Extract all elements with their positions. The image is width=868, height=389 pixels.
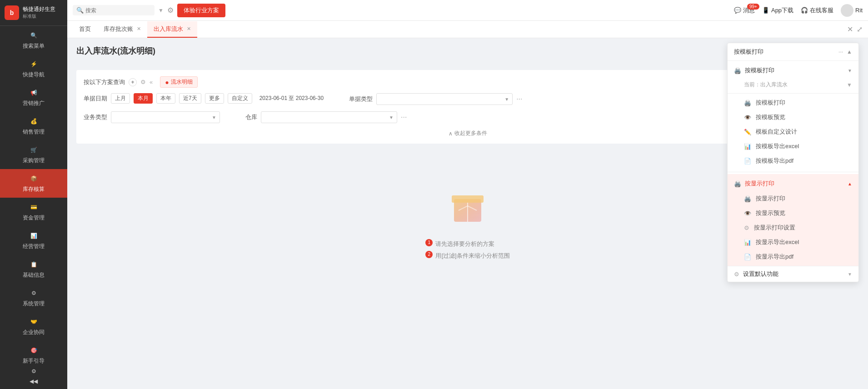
sidebar-item-operations[interactable]: 📊 经营管理 [0, 226, 67, 255]
template-preview-item[interactable]: 👁️ 按模板预览 [728, 110, 858, 125]
sidebar-item-label: 销售管理 [23, 128, 45, 136]
display-print-header-label: 按显示打印 [745, 180, 774, 188]
user-avatar-item[interactable]: Rit [841, 4, 863, 17]
display-excel-icon: 📊 [744, 239, 751, 246]
tag-icon: ● [165, 79, 169, 86]
document-type-group: 单据类型 ▼ ··· [349, 93, 522, 105]
date-btn-last-month[interactable]: 上月 [111, 93, 130, 104]
tab-batch-account-label: 库存批次账 [104, 25, 133, 33]
operations-icon: 📊 [29, 231, 39, 241]
chevron-up-icon: ∧ [449, 130, 453, 137]
filter-collapse-icon[interactable]: « [150, 79, 153, 85]
tab-flow-close-icon[interactable]: ✕ [187, 26, 191, 32]
filter-settings-icon[interactable]: ⚙ [140, 79, 146, 85]
filter-add-icon[interactable]: + [129, 78, 137, 86]
date-btn-custom[interactable]: 自定义 [228, 93, 252, 104]
sidebar-item-search[interactable]: 🔍 搜索菜单 [0, 26, 67, 55]
display-print-section-header[interactable]: 🖨️ 按显示打印 ▲ [728, 176, 858, 191]
divider-1 [728, 93, 858, 94]
print-section-display: 🖨️ 按显示打印 ▲ 🖨️ 按显示打印 👁️ 按显示预览 ⚙ 按显示打印设置 [728, 174, 858, 266]
sidebar-item-finance[interactable]: 💳 资金管理 [0, 198, 67, 226]
industry-solution-button[interactable]: 体验行业方案 [177, 4, 225, 17]
display-export-excel-item[interactable]: 📊 按显示导出excel [728, 235, 858, 249]
display-print-settings-item[interactable]: ⚙ 按显示打印设置 [728, 220, 858, 235]
app-download-item[interactable]: 📱 App下载 [762, 6, 793, 15]
template-print-section-header[interactable]: 🖨️ 按模板打印 ▼ [728, 63, 858, 78]
sidebar-item-inventory[interactable]: 📦 库存核算 [0, 169, 67, 198]
inventory-icon: 📦 [29, 174, 39, 184]
print-panel-up-arrow[interactable]: ▲ [847, 49, 852, 55]
doc-type-select-wrapper: ▼ [376, 93, 513, 105]
tab-home[interactable]: 首页 [73, 21, 97, 38]
topbar-gear-icon[interactable]: ⚙ [167, 6, 174, 15]
display-print-item[interactable]: 🖨️ 按显示打印 [728, 191, 858, 206]
display-preview-item[interactable]: 👁️ 按显示预览 [728, 206, 858, 220]
template-print-item[interactable]: 🖨️ 按模板打印 [728, 95, 858, 110]
template-export-pdf-item[interactable]: 📄 按模板导出pdf [728, 154, 858, 168]
topbar-dropdown-arrow[interactable]: ▼ [158, 7, 164, 14]
template-custom-item[interactable]: ✏️ 模板自定义设计 [728, 125, 858, 139]
sidebar-item-guide[interactable]: 🎯 新手引导 [0, 341, 67, 364]
sidebar-item-marketing[interactable]: 📢 营销推广 [0, 83, 67, 112]
sidebar-item-system[interactable]: ⚙ 系统管理 [0, 284, 67, 312]
sidebar-item-label: 采购管理 [23, 157, 45, 165]
sidebar-collapse[interactable]: ◀◀ [30, 378, 38, 384]
template-preview-icon: 👁️ [744, 114, 751, 121]
business-type-select[interactable] [111, 111, 220, 123]
filter-search-text: 按以下方案查询 [84, 78, 125, 86]
print-panel: 按模板打印 ··· ▲ 🖨️ 按模板打印 ▼ 当前：出入库流水 ▼ [727, 43, 859, 282]
display-export-pdf-item[interactable]: 📄 按显示导出pdf [728, 249, 858, 264]
collapse-icon: ◀◀ [30, 378, 38, 384]
empty-tips: 1 请先选择要分析的方案 2 用[过滤]条件来缩小分析范围 [425, 238, 509, 262]
set-default-item[interactable]: ⚙ 设置默认功能 ▼ [728, 266, 858, 282]
template-export-excel-item[interactable]: 📊 按模板导出excel [728, 139, 858, 154]
topbar-search-box[interactable]: 🔍 [73, 5, 155, 15]
sidebar-item-quick-nav[interactable]: ⚡ 快捷导航 [0, 55, 67, 83]
set-default-arrow: ▼ [848, 272, 852, 277]
expand-icon[interactable]: ⤢ [857, 25, 863, 34]
template-print-item-label: 按模板打印 [756, 99, 785, 107]
system-icon: ⚙ [29, 288, 39, 298]
print-panel-title: 按模板打印 [734, 48, 763, 56]
logo-icon: b [5, 5, 19, 20]
tab-batch-close-icon[interactable]: ✕ [137, 26, 141, 32]
date-filter-group: 单据日期 上月 本月 本年 近7天 更多 自定义 2023-06-01 至 20… [84, 93, 324, 104]
sidebar-item-label: 企业协同 [23, 329, 45, 336]
print-panel-header-actions: ··· ▲ [838, 49, 852, 55]
divider-2 [728, 172, 858, 172]
sidebar-item-purchase[interactable]: 🛒 采购管理 [0, 140, 67, 169]
print-panel-more-icon[interactable]: ··· [838, 49, 843, 55]
warehouse-more-icon[interactable]: ··· [401, 113, 407, 121]
date-btn-this-month[interactable]: 本月 [134, 93, 153, 104]
collapse-label: 收起更多条件 [454, 130, 487, 137]
svg-rect-1 [452, 195, 484, 203]
empty-tip-2: 2 用[过滤]条件来缩小分析范围 [425, 250, 509, 262]
date-btn-more[interactable]: 更多 [205, 93, 224, 104]
tab-batch-account[interactable]: 库存批次账 ✕ [97, 21, 147, 38]
warehouse-select[interactable] [261, 111, 397, 123]
date-range-display: 2023-06-01 至 2023-06-30 [259, 95, 324, 102]
doc-type-select[interactable] [376, 93, 513, 105]
excel-icon: 📊 [744, 143, 751, 150]
topbar-search-input[interactable] [85, 7, 140, 14]
close-all-icon[interactable]: ✕ [847, 25, 853, 34]
sidebar-item-label: 基础信息 [23, 271, 45, 279]
topbar-right: 💬 消息 99+ 📱 App下载 🎧 在线客服 Rit [734, 4, 863, 17]
message-icon-item[interactable]: 💬 消息 99+ [734, 6, 755, 15]
doc-type-more-icon[interactable]: ··· [516, 95, 522, 103]
warehouse-group: 仓库 ▼ ··· [245, 111, 407, 123]
warehouse-select-wrapper: ▼ [261, 111, 397, 123]
display-export-excel-label: 按显示导出excel [756, 238, 799, 246]
tab-flow[interactable]: 出入库流水 ✕ [147, 21, 197, 38]
date-btn-this-year[interactable]: 本年 [156, 93, 175, 104]
date-buttons: 上月 本月 本年 近7天 更多 自定义 [111, 93, 252, 104]
sidebar-item-basic[interactable]: 📋 基础信息 [0, 255, 67, 284]
sidebar-item-sales[interactable]: 💰 销售管理 [0, 112, 67, 140]
date-btn-7days[interactable]: 近7天 [179, 93, 201, 104]
app-logo: b 畅捷通好生意 标准版 [0, 0, 67, 26]
app-name: 畅捷通好生意 [23, 6, 55, 13]
sidebar-settings[interactable]: ⚙ [31, 368, 36, 374]
online-service-item[interactable]: 🎧 在线客服 [801, 6, 833, 15]
sidebar-item-collab[interactable]: 🤝 企业协同 [0, 312, 67, 341]
display-pdf-icon: 📄 [744, 254, 751, 260]
